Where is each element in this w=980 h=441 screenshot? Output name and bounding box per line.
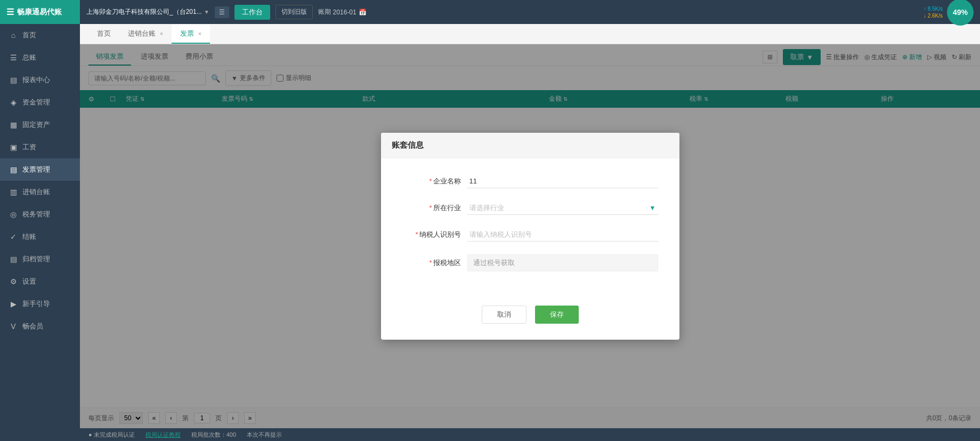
input-tax-id[interactable] (467, 228, 658, 242)
assets-icon: ▦ (9, 121, 18, 129)
workbench-btn[interactable]: 工作台 (234, 5, 270, 20)
label-tax-id: 纳税人识别号 (402, 230, 461, 239)
sidebar-item-assets[interactable]: ▦ 固定资产 (0, 114, 80, 136)
funds-icon: ◈ (9, 98, 18, 107)
status-text1: ● 未完成税局认证 (88, 431, 135, 439)
tax-region-readonly: 通过税号获取 (467, 254, 658, 271)
company-selector[interactable]: 上海卯金刀电子科技有限公司_（台201... ▼ (86, 7, 209, 17)
calendar-icon[interactable]: 📅 (359, 9, 367, 16)
sidebar-item-invoices[interactable]: ▤ 发票管理 (0, 158, 80, 181)
label-company-name: 企业名称 (402, 177, 461, 186)
sidebar: ☰ 畅康通易代账 ⌂ 首页 ☰ 总账 ▤ 报表中心 ◈ 资金管理 ▦ 固定资产 … (0, 0, 80, 441)
sidebar-item-tax[interactable]: ◎ 税务管理 (0, 203, 80, 226)
industry-select[interactable]: 请选择行业 (467, 201, 658, 214)
sidebar-item-label: 畅会员 (22, 322, 43, 331)
sidebar-item-sales[interactable]: ▥ 进销台账 (0, 181, 80, 203)
status-bar: ● 未完成税局认证 税局认证教程 税局批次数：400 本次不再提示 (80, 428, 980, 441)
sidebar-item-label: 新手引导 (22, 299, 50, 309)
invoices-icon: ▤ (9, 165, 18, 174)
company-settings-btn[interactable]: ☰ (215, 6, 229, 18)
status-text2: 税局批次数：400 (191, 431, 236, 439)
sidebar-item-label: 进销台账 (22, 187, 50, 197)
modal-overlay: 账套信息 企业名称 所在行业 请选择行业 (80, 44, 980, 428)
sidebar-logo: ☰ 畅康通易代账 (0, 0, 80, 24)
page-tabs: 首页 进销台账 × 发票 × (80, 24, 980, 44)
settings-icon: ⚙ (9, 277, 18, 286)
logo-icon: ☰ (6, 7, 14, 17)
period-value: 2016-01 (333, 9, 357, 16)
period-label: 账期 (318, 7, 331, 17)
ledger-icon: ☰ (9, 53, 18, 62)
sidebar-item-settle[interactable]: ✓ 结账 (0, 226, 80, 248)
sidebar-item-ledger[interactable]: ☰ 总账 (0, 46, 80, 69)
payroll-icon: ▣ (9, 143, 18, 151)
company-name: 上海卯金刀电子科技有限公司_（台201... (86, 7, 202, 17)
period-display: 账期 2016-01 📅 (318, 7, 367, 17)
industry-select-wrapper: 请选择行业 ▼ (467, 201, 658, 215)
dialog-account-info: 账套信息 企业名称 所在行业 请选择行业 (381, 133, 679, 340)
form-row-tax-id: 纳税人识别号 (402, 228, 658, 242)
speed-down: ↓ 2.6K/s (924, 13, 943, 19)
status-link1[interactable]: 税局认证教程 (145, 431, 181, 439)
sidebar-item-settings[interactable]: ⚙ 设置 (0, 270, 80, 293)
guide-icon: ▶ (9, 300, 18, 308)
form-row-company: 企业名称 (402, 174, 658, 188)
tab-home[interactable]: 首页 (88, 25, 119, 44)
sidebar-item-label: 税务管理 (22, 210, 50, 219)
sidebar-item-member[interactable]: V 畅会员 (0, 315, 80, 338)
sales-icon: ▥ (9, 188, 18, 196)
topbar-right: ↑ 8.5K/s ↓ 2.6K/s 49% (924, 0, 974, 26)
reports-icon: ▤ (9, 76, 18, 84)
dialog-footer: 取消 保存 (381, 300, 679, 340)
status-text3: 本次不再提示 (247, 431, 282, 439)
form-row-industry: 所在行业 请选择行业 ▼ (402, 201, 658, 215)
tax-icon: ◎ (9, 210, 18, 219)
company-dropdown-icon: ▼ (204, 9, 209, 15)
sidebar-item-archive[interactable]: ▤ 归档管理 (0, 248, 80, 270)
sidebar-item-reports[interactable]: ▤ 报表中心 (0, 69, 80, 91)
input-company-name[interactable] (467, 174, 658, 188)
form-row-tax-region: 报税地区 通过税号获取 (402, 254, 658, 271)
speed-up: ↑ 8.5K/s (924, 6, 943, 12)
main-area: 上海卯金刀电子科技有限公司_（台201... ▼ ☰ 工作台 切到旧版 账期 2… (80, 0, 980, 441)
tab-close-sales-ledger[interactable]: × (160, 30, 163, 37)
sidebar-item-label: 报表中心 (22, 75, 50, 85)
archive-icon: ▤ (9, 255, 18, 263)
switch-old-btn[interactable]: 切到旧版 (276, 5, 313, 19)
dialog-body: 企业名称 所在行业 请选择行业 ▼ (381, 158, 679, 300)
settle-icon: ✓ (9, 232, 18, 241)
sidebar-item-label: 资金管理 (22, 98, 50, 107)
save-btn[interactable]: 保存 (535, 306, 579, 324)
home-icon: ⌂ (9, 31, 18, 39)
sidebar-item-funds[interactable]: ◈ 资金管理 (0, 91, 80, 114)
sidebar-item-payroll[interactable]: ▣ 工资 (0, 136, 80, 158)
label-tax-region: 报税地区 (402, 258, 461, 268)
sidebar-item-guide[interactable]: ▶ 新手引导 (0, 293, 80, 315)
sidebar-item-home[interactable]: ⌂ 首页 (0, 24, 80, 46)
content-wrapper: 销项发票 进项发票 费用小票 ⊞ 取票 ▼ ☰ 批 (80, 44, 980, 428)
sidebar-item-label: 固定资产 (22, 120, 50, 130)
content-area: 销项发票 进项发票 费用小票 ⊞ 取票 ▼ ☰ 批 (80, 44, 980, 428)
dialog-title: 账套信息 (381, 133, 679, 158)
sidebar-item-label: 设置 (22, 277, 36, 286)
member-icon: V (9, 322, 18, 331)
cancel-btn[interactable]: 取消 (482, 306, 527, 324)
speed-percent: 49% (953, 8, 968, 17)
label-industry: 所在行业 (402, 203, 461, 213)
tab-close-invoice[interactable]: × (198, 30, 201, 37)
sidebar-item-label: 总账 (22, 53, 36, 62)
logo-text: 畅康通易代账 (17, 7, 62, 17)
sidebar-item-label: 发票管理 (22, 165, 50, 174)
tab-invoice[interactable]: 发票 × (172, 25, 210, 44)
speed-info: ↑ 8.5K/s ↓ 2.6K/s (924, 6, 943, 19)
topbar: 上海卯金刀电子科技有限公司_（台201... ▼ ☰ 工作台 切到旧版 账期 2… (80, 0, 980, 24)
sidebar-item-label: 首页 (22, 30, 36, 40)
sidebar-item-label: 归档管理 (22, 254, 50, 264)
sidebar-item-label: 工资 (22, 142, 36, 152)
sidebar-item-label: 结账 (22, 232, 36, 242)
speed-percent-widget: 49% (947, 0, 974, 26)
tab-sales-ledger[interactable]: 进销台账 × (119, 25, 172, 44)
